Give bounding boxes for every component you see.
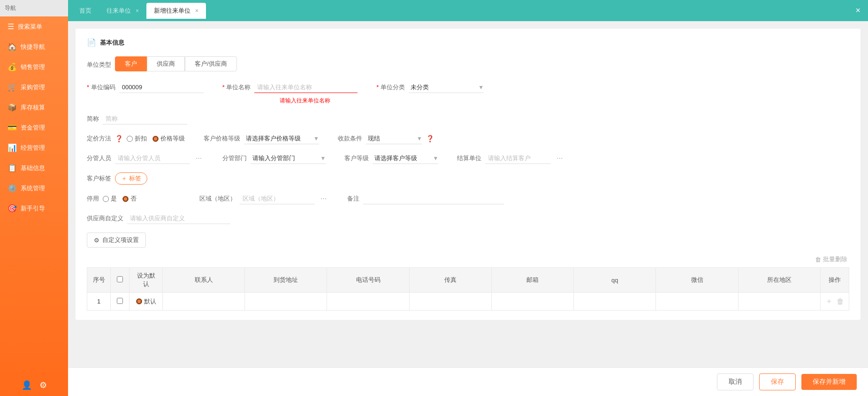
remark-input[interactable] bbox=[363, 193, 504, 204]
tab-contacts[interactable]: 往来单位 × bbox=[99, 3, 146, 19]
basic-info-icon: 📋 bbox=[8, 163, 17, 172]
table-toolbar: 🗑 批量删除 bbox=[87, 255, 849, 264]
unit-type-supplier-btn[interactable]: 供应商 bbox=[147, 56, 185, 71]
sidebar-item-quicknav-label: 快捷导航 bbox=[21, 43, 45, 51]
tab-contacts-close-icon[interactable]: × bbox=[136, 8, 139, 14]
disabled-yes-radio[interactable] bbox=[103, 196, 109, 202]
disabled-no-option[interactable]: 否 bbox=[122, 194, 137, 203]
pricing-discount-option[interactable]: 折扣 bbox=[127, 134, 147, 143]
row-contact[interactable] bbox=[163, 293, 245, 311]
unit-name-input[interactable] bbox=[254, 82, 358, 93]
department-label: 分管部门 bbox=[222, 154, 247, 163]
sidebar-item-basic-info[interactable]: 📋 基础信息 bbox=[0, 158, 68, 178]
sidebar-item-purchase[interactable]: 🛒 采购管理 bbox=[0, 77, 68, 97]
add-tag-btn[interactable]: ＋ 标签 bbox=[115, 172, 147, 185]
tab-new-contact-close-icon[interactable]: × bbox=[195, 8, 198, 14]
row-fax[interactable] bbox=[409, 293, 491, 311]
row-delete-btn[interactable]: 🗑 bbox=[837, 297, 844, 306]
sidebar-item-operations[interactable]: 📊 经营管理 bbox=[0, 138, 68, 158]
pricing-discount-radio[interactable] bbox=[127, 136, 133, 142]
row-phone-input[interactable] bbox=[332, 298, 404, 305]
row-address-input[interactable] bbox=[250, 298, 322, 305]
sidebar-item-finance[interactable]: 💳 资金管理 bbox=[0, 117, 68, 138]
sidebar-settings-icon[interactable]: ⚙ bbox=[39, 380, 47, 390]
pricing-method-help-icon[interactable]: ❓ bbox=[115, 135, 123, 142]
pricing-level-option[interactable]: 价格等级 bbox=[152, 134, 185, 143]
save-button[interactable]: 保存 bbox=[759, 373, 796, 390]
settlement-unit-input[interactable] bbox=[485, 153, 551, 164]
row-address[interactable] bbox=[245, 293, 327, 311]
manager-more-btn[interactable]: ··· bbox=[194, 154, 204, 163]
contact-table: 序号 设为默认 联系人 到货地址 电话号码 传真 邮箱 qq 微信 所在地区 操… bbox=[87, 267, 849, 311]
col-fax: 传真 bbox=[409, 268, 491, 293]
sidebar-item-tutorial[interactable]: 🎯 新手引导 bbox=[0, 198, 68, 218]
manager-input[interactable] bbox=[115, 153, 190, 164]
row-contact-input[interactable] bbox=[168, 298, 240, 305]
finance-icon: 💳 bbox=[8, 123, 17, 132]
sales-icon: 💰 bbox=[8, 62, 17, 71]
customer-price-level-chevron-icon: ▼ bbox=[313, 135, 319, 142]
sidebar-item-system[interactable]: ⚙️ 系统管理 bbox=[0, 178, 68, 198]
short-name-label: 简称 bbox=[87, 115, 99, 123]
sidebar-item-search[interactable]: ☰ 搜索菜单 bbox=[0, 16, 68, 37]
sidebar-item-basic-info-label: 基础信息 bbox=[21, 164, 45, 172]
content-area: 📄 基本信息 单位类型 客户 供应商 客户/供应商 单位编码 bbox=[68, 21, 868, 367]
custom-settings-btn[interactable]: ⚙ 自定义项设置 bbox=[87, 233, 146, 248]
row-region-input[interactable] bbox=[743, 298, 815, 305]
short-name-input[interactable] bbox=[103, 113, 187, 124]
customer-level-select-wrapper: 请选择客户等级 ▼ bbox=[373, 153, 438, 164]
disabled-field: 停用 是 否 bbox=[87, 194, 181, 203]
inventory-icon: 📦 bbox=[8, 103, 17, 112]
sidebar-user-icon[interactable]: 👤 bbox=[22, 380, 32, 390]
batch-delete-btn[interactable]: 🗑 批量删除 bbox=[815, 255, 847, 264]
row-wechat[interactable] bbox=[656, 293, 738, 311]
unit-type-both-btn[interactable]: 客户/供应商 bbox=[185, 56, 237, 71]
unit-category-field: 单位分类 未分类 ▼ bbox=[376, 82, 484, 93]
row-wechat-input[interactable] bbox=[661, 298, 733, 305]
unit-code-input[interactable] bbox=[119, 82, 204, 93]
row-add-btn[interactable]: ＋ bbox=[825, 296, 833, 306]
tab-home[interactable]: 首页 bbox=[72, 3, 99, 19]
select-all-checkbox[interactable] bbox=[117, 276, 123, 282]
row-fax-input[interactable] bbox=[414, 298, 487, 305]
row-checkbox[interactable] bbox=[117, 298, 123, 304]
disabled-yes-option[interactable]: 是 bbox=[103, 194, 117, 203]
footer: 取消 保存 保存并新增 bbox=[68, 367, 868, 396]
unit-category-select[interactable]: 未分类 bbox=[409, 82, 478, 93]
sidebar-item-sales[interactable]: 💰 销售管理 bbox=[0, 57, 68, 77]
home-icon: 🏠 bbox=[8, 42, 17, 51]
tab-new-contact[interactable]: 新增往来单位 × bbox=[146, 3, 206, 19]
customer-price-level-select[interactable]: 请选择客户价格等级 bbox=[244, 133, 313, 144]
row-default-option[interactable]: 默认 bbox=[134, 297, 158, 306]
batch-delete-icon: 🗑 bbox=[815, 256, 821, 263]
unit-type-customer-btn[interactable]: 客户 bbox=[115, 56, 147, 71]
payment-terms-select[interactable]: 现结 bbox=[366, 133, 417, 144]
row-email-input[interactable] bbox=[496, 298, 569, 305]
table-header-row: 序号 设为默认 联系人 到货地址 电话号码 传真 邮箱 qq 微信 所在地区 操… bbox=[87, 268, 849, 293]
region-input[interactable] bbox=[240, 193, 315, 204]
pricing-level-radio[interactable] bbox=[152, 136, 159, 142]
row-qq-input[interactable] bbox=[579, 298, 651, 305]
col-seq: 序号 bbox=[87, 268, 111, 293]
sidebar-item-quicknav[interactable]: 🏠 快捷导航 bbox=[0, 37, 68, 57]
row-checkbox-cell bbox=[111, 293, 129, 311]
row-email[interactable] bbox=[491, 293, 573, 311]
purchase-icon: 🛒 bbox=[8, 83, 17, 92]
customer-level-select[interactable]: 请选择客户等级 bbox=[373, 153, 433, 163]
settlement-unit-more-btn[interactable]: ··· bbox=[555, 154, 564, 163]
payment-terms-help-icon[interactable]: ❓ bbox=[426, 135, 434, 142]
row-region[interactable] bbox=[738, 293, 820, 311]
supplier-custom-input[interactable] bbox=[127, 213, 230, 224]
sidebar-item-purchase-label: 采购管理 bbox=[21, 83, 45, 92]
row-phone[interactable] bbox=[327, 293, 409, 311]
row-qq[interactable] bbox=[574, 293, 656, 311]
disabled-no-radio[interactable] bbox=[122, 196, 129, 202]
tab-bar-close-button[interactable]: × bbox=[852, 4, 864, 17]
cancel-button[interactable]: 取消 bbox=[717, 373, 754, 390]
row-default-radio[interactable] bbox=[136, 298, 142, 304]
sidebar-item-tutorial-label: 新手引导 bbox=[21, 204, 45, 213]
region-more-btn[interactable]: ··· bbox=[319, 194, 328, 203]
save-new-button[interactable]: 保存并新增 bbox=[801, 374, 857, 390]
sidebar-item-inventory[interactable]: 📦 库存核算 bbox=[0, 97, 68, 117]
department-select[interactable]: 请输入分管部门 bbox=[251, 153, 320, 163]
